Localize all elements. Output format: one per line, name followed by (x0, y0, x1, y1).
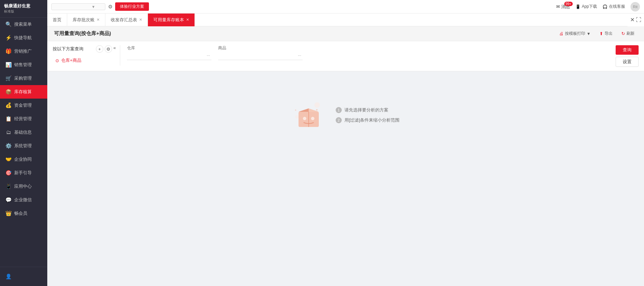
filter-scheme-icons: + ⚙ « (96, 45, 116, 53)
sidebar-scroll: 🔍 搜索菜单 ⚡ 快捷导航 🎁 营销推广 📊 销售管理 🛒 采购管理 📦 库存核… (0, 18, 47, 267)
sidebar-item-app-center[interactable]: 📱 应用中心 (0, 180, 47, 193)
tab-batch-ledger-close[interactable]: ✕ (97, 18, 100, 22)
operations-icon: 📋 (5, 116, 11, 122)
filter-product-input-row: ··· (218, 52, 303, 60)
tab-receipt-summary-close[interactable]: ✕ (139, 18, 142, 22)
filter-product-input[interactable] (218, 53, 297, 58)
topbar-app-download[interactable]: 📱 App下载 (575, 4, 597, 9)
export-btn[interactable]: ⬆ 导出 (597, 30, 615, 37)
sidebar-item-label-guide: 新手引导 (14, 170, 32, 176)
sidebar-item-cooperation[interactable]: 🤝 企业协同 (0, 153, 47, 166)
sidebar-item-basic[interactable]: 🗂 基础信息 (0, 126, 47, 139)
topbar-dropdown-icon: ▼ (92, 5, 95, 9)
refresh-btn[interactable]: ↻ 刷新 (619, 30, 637, 37)
sidebar-item-system[interactable]: ⚙️ 系统管理 (0, 139, 47, 153)
filter-field-warehouse: 仓库 ··· (127, 45, 211, 60)
query-btn[interactable]: 查询 (616, 45, 639, 55)
print-btn[interactable]: 🖨 按模板打印 ▼ (557, 30, 593, 37)
message-icon: ✉ (556, 4, 560, 9)
sidebar-item-label-system: 系统管理 (14, 143, 32, 149)
sidebar-item-bottom[interactable]: 👤 (0, 270, 47, 283)
app-center-icon: 📱 (5, 183, 11, 189)
svg-point-7 (295, 115, 299, 119)
tab-home[interactable]: 首页 (47, 14, 67, 26)
sidebar-item-finance[interactable]: 💰 资金管理 (0, 99, 47, 112)
filter-product-label: 商品 (218, 45, 303, 51)
filter-product-more-btn[interactable]: ··· (297, 52, 303, 58)
sidebar-item-sales[interactable]: 📊 销售管理 (0, 58, 47, 72)
sales-icon: 📊 (5, 62, 11, 68)
tabbar-expand-icon[interactable]: ⛶ (636, 17, 641, 23)
sidebar-item-operations[interactable]: 📋 经营管理 (0, 112, 47, 126)
svg-text:✦: ✦ (315, 108, 318, 112)
sidebar-item-search[interactable]: 🔍 搜索菜单 (0, 18, 47, 31)
scheme-add-btn[interactable]: + (96, 45, 103, 53)
sidebar-item-label-quick-nav: 快捷导航 (14, 35, 32, 41)
tabbar-close-icon[interactable]: ✕ (630, 17, 635, 23)
topbar-msg-btn[interactable]: ✉ 消息 99+ (556, 4, 570, 10)
tip-num-1: 1 (336, 107, 342, 113)
tab-available-qty-label: 可用量库存账本 (153, 17, 184, 23)
sidebar-item-quick-nav[interactable]: ⚡ 快捷导航 (0, 31, 47, 45)
empty-state-content: ✦ ✦ 1 请先选择要分析的方案 2 用[过滤]条件来缩小分析范围 (292, 98, 400, 132)
query-actions: 查询 设置 (610, 45, 639, 67)
scheme-item-label: 仓库+商品 (61, 57, 81, 63)
finance-icon: 💰 (5, 102, 11, 108)
tab-receipt-summary[interactable]: 收发存汇总表 ✕ (105, 14, 148, 26)
main-area: ▼ ⚙ 体验行业方案 ✉ 消息 99+ 📱 App下载 🎧 在线客服 Rit (47, 0, 644, 286)
svg-point-5 (311, 117, 314, 120)
sidebar-item-label-app-center: 应用中心 (14, 183, 32, 189)
tab-batch-ledger-label: 库存批次账 (73, 17, 95, 23)
empty-illustration: ✦ ✦ (292, 98, 326, 132)
sidebar-item-inventory[interactable]: 📦 库存核算 (0, 85, 47, 99)
empty-tip-1: 1 请先选择要分析的方案 (336, 107, 400, 113)
sidebar-item-marketing[interactable]: 🎁 营销推广 (0, 45, 47, 58)
tab-batch-ledger[interactable]: 库存批次账 ✕ (67, 14, 105, 26)
sidebar-item-label-sales: 销售管理 (14, 62, 32, 68)
phone-icon: 📱 (575, 4, 581, 9)
tabbar-right-buttons: ✕ ⛶ (627, 14, 644, 26)
filter-settings-btn[interactable]: 设置 (616, 57, 639, 67)
sidebar-logo: 畅康通好生意 标准版 (0, 0, 47, 18)
scheme-item-warehouse-product[interactable]: ⊙ 仓库+商品 (53, 55, 116, 66)
empty-tip-2: 2 用[过滤]条件来缩小分析范围 (336, 117, 400, 123)
svg-marker-1 (299, 108, 309, 112)
page-header-actions: 🖨 按模板打印 ▼ ⬆ 导出 ↻ 刷新 (557, 30, 637, 37)
topbar-search-input[interactable] (54, 4, 92, 9)
cooperation-icon: 🤝 (5, 156, 11, 162)
topbar-online-service[interactable]: 🎧 在线客服 (602, 4, 625, 9)
sidebar-logo-sub: 标准版 (4, 9, 43, 14)
empty-tips: 1 请先选择要分析的方案 2 用[过滤]条件来缩小分析范围 (336, 107, 400, 123)
sidebar-item-label-marketing: 营销推广 (14, 48, 32, 54)
page-title: 可用量查询(按仓库+商品) (54, 30, 111, 37)
topbar-gear-icon[interactable]: ⚙ (108, 4, 112, 10)
user-avatar[interactable]: Rit (630, 2, 640, 11)
sidebar-item-member[interactable]: 👑 畅会员 (0, 207, 47, 220)
filter-scheme-panel: 按以下方案查询 + ⚙ « ⊙ 仓库+商品 (53, 45, 120, 66)
scheme-collapse-btn[interactable]: « (113, 45, 116, 53)
sidebar-item-purchase[interactable]: 🛒 采购管理 (0, 72, 47, 85)
tab-available-qty[interactable]: 可用量库存账本 ✕ (148, 14, 195, 26)
marketing-icon: 🎁 (5, 48, 11, 54)
tab-available-qty-close[interactable]: ✕ (186, 18, 189, 22)
scheme-settings-btn[interactable]: ⚙ (105, 45, 112, 53)
experience-btn[interactable]: 体验行业方案 (115, 2, 149, 11)
tip-text-2: 用[过滤]条件来缩小分析范围 (344, 117, 400, 123)
sidebar-item-wechat[interactable]: 💬 企业微信 (0, 193, 47, 207)
sidebar-item-guide[interactable]: 🎯 新手引导 (0, 166, 47, 180)
sidebar-item-label-wechat: 企业微信 (14, 197, 32, 203)
topbar-search-box[interactable]: ▼ (51, 3, 105, 10)
empty-state: ✦ ✦ 1 请先选择要分析的方案 2 用[过滤]条件来缩小分析范围 (47, 71, 644, 159)
wechat-icon: 💬 (5, 197, 11, 203)
scheme-item-icon: ⊙ (55, 58, 59, 63)
filter-warehouse-input[interactable] (127, 53, 205, 58)
topbar-right: ✉ 消息 99+ 📱 App下载 🎧 在线客服 Rit (556, 2, 640, 11)
print-dropdown-icon: ▼ (587, 31, 591, 36)
tabbar: 首页 库存批次账 ✕ 收发存汇总表 ✕ 可用量库存账本 ✕ ✕ ⛶ (47, 14, 644, 26)
filter-fields: 仓库 ··· 商品 ··· (120, 45, 610, 60)
sidebar: 畅康通好生意 标准版 🔍 搜索菜单 ⚡ 快捷导航 🎁 营销推广 📊 销售管理 🛒… (0, 0, 47, 286)
filter-warehouse-more-btn[interactable]: ··· (205, 52, 211, 58)
basic-icon: 🗂 (5, 129, 11, 135)
sidebar-item-label-operations: 经营管理 (14, 116, 32, 122)
svg-text:✦: ✦ (294, 109, 297, 112)
